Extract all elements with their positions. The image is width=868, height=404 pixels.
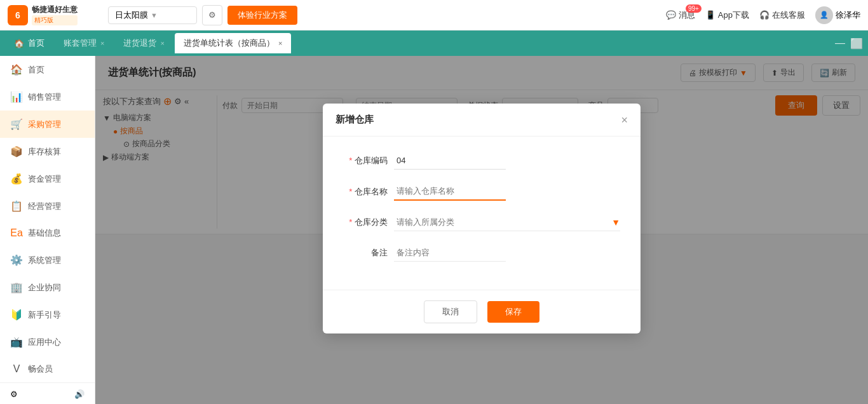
sidebar-item-guide[interactable]: 🔰 新手引导 xyxy=(0,301,95,328)
main-layout: 🏠 首页 📊 销售管理 🛒 采购管理 📦 库存核算 💰 资金管理 📋 经营管理 … xyxy=(0,56,868,404)
sidebar-guide-label: 新手引导 xyxy=(28,309,61,321)
dialog-title: 新增仓库 xyxy=(336,114,374,126)
sidebar-item-basics[interactable]: Ea 基础信息 xyxy=(0,220,95,246)
code-input[interactable] xyxy=(394,152,506,170)
sidebar-home-label: 首页 xyxy=(28,64,44,76)
system-icon: ⚙️ xyxy=(10,254,23,266)
category-input[interactable] xyxy=(394,213,611,231)
form-row-name: 仓库名称 xyxy=(343,182,620,201)
form-row-remark: 备注 xyxy=(343,244,620,262)
sidebar-item-finance[interactable]: 💰 资金管理 xyxy=(0,165,95,192)
sidebar-item-purchase[interactable]: 🛒 采购管理 xyxy=(0,111,95,138)
top-header: 6 畅捷通好生意 精巧版 日太阳膜 ▼ ⚙ 体验行业方案 💬 消息 99+ 📱 … xyxy=(0,0,868,30)
tab-home-label: 首页 xyxy=(28,37,44,49)
sidebar-operations-label: 经营管理 xyxy=(28,201,61,212)
username: 徐泽华 xyxy=(836,10,860,21)
avatar: 👤 xyxy=(815,6,833,24)
window-controls: — ⬜ xyxy=(835,37,863,50)
logo-area: 6 畅捷通好生意 精巧版 xyxy=(8,4,103,25)
trial-button[interactable]: 体验行业方案 xyxy=(227,6,297,25)
sidebar-item-enterprise[interactable]: 🏢 企业协同 xyxy=(0,274,95,301)
guide-icon: 🔰 xyxy=(10,309,23,321)
remark-label: 备注 xyxy=(343,247,394,259)
sidebar-vip-label: 畅会员 xyxy=(28,363,53,375)
sidebar-apps-label: 应用中心 xyxy=(28,337,61,348)
sound-icon[interactable]: 🔊 xyxy=(74,389,85,399)
logo-text: 畅捷通好生意 精巧版 xyxy=(32,4,78,25)
enterprise-icon: 🏢 xyxy=(10,281,23,293)
home-icon: 🏠 xyxy=(14,39,24,48)
settings-button[interactable]: ⚙ xyxy=(202,5,222,25)
sidebar-inventory-label: 库存核算 xyxy=(28,146,61,158)
bottom-settings-icon[interactable]: ⚙ xyxy=(10,389,18,399)
app-download-label: App下载 xyxy=(718,10,749,21)
code-label: 仓库编码 xyxy=(343,155,394,166)
dialog-new-warehouse: 新增仓库 × 仓库编码 仓库名称 xyxy=(323,104,641,333)
header-right: 💬 消息 99+ 📱 App下载 🎧 在线客服 👤 徐泽华 xyxy=(666,6,860,24)
sales-icon: 📊 xyxy=(10,91,23,103)
tab-purchase-return-close-icon[interactable]: × xyxy=(160,39,164,47)
sidebar-item-vip[interactable]: V 畅会员 xyxy=(0,356,95,382)
sidebar-item-system[interactable]: ⚙️ 系统管理 xyxy=(0,246,95,274)
nav-tabs: 🏠 首页 账套管理 × 进货退货 × 进货单统计表（按商品） × — ⬜ xyxy=(0,30,868,56)
inventory-icon: 📦 xyxy=(10,145,23,158)
store-selector[interactable]: 日太阳膜 ▼ xyxy=(108,6,197,24)
cancel-button[interactable]: 取消 xyxy=(424,300,477,323)
tab-home[interactable]: 🏠 首页 xyxy=(5,33,53,53)
message-icon: 💬 xyxy=(666,10,676,20)
headset-icon: 🎧 xyxy=(759,10,770,20)
phone-icon: 📱 xyxy=(705,10,715,20)
main-content: 进货单统计(按商品) 🖨 按模板打印 ▼ ⬆ 导出 🔄 刷新 xyxy=(95,56,868,404)
sidebar-bottom-controls[interactable]: ⚙ 🔊 xyxy=(0,382,95,404)
tab-purchase-return[interactable]: 进货退货 × xyxy=(114,33,173,53)
logo-icon: 6 xyxy=(8,5,28,25)
form-row-code: 仓库编码 xyxy=(343,152,620,170)
tab-purchase-stats-close-icon[interactable]: × xyxy=(278,39,282,47)
tab-purchase-stats-label: 进货单统计表（按商品） xyxy=(184,37,275,49)
sidebar-item-sales[interactable]: 📊 销售管理 xyxy=(0,83,95,111)
tab-purchase-stats[interactable]: 进货单统计表（按商品） × xyxy=(175,33,291,53)
tab-accounts-close-icon[interactable]: × xyxy=(100,39,104,47)
sidebar-item-inventory[interactable]: 📦 库存核算 xyxy=(0,138,95,165)
sidebar-sales-label: 销售管理 xyxy=(28,91,61,103)
online-service-button[interactable]: 🎧 在线客服 xyxy=(759,10,805,21)
dialog-header: 新增仓库 × xyxy=(323,104,641,137)
message-badge: 99+ xyxy=(686,4,702,13)
tab-purchase-return-label: 进货退货 xyxy=(123,37,156,49)
code-input-wrapper xyxy=(394,152,620,170)
name-label: 仓库名称 xyxy=(343,185,394,197)
dialog-footer: 取消 保存 xyxy=(323,290,641,333)
basics-icon: Ea xyxy=(10,227,23,239)
name-input-wrapper xyxy=(394,182,620,201)
sidebar-purchase-label: 采购管理 xyxy=(28,119,61,130)
category-dropdown-icon[interactable]: ▼ xyxy=(611,217,620,227)
app-badge: 精巧版 xyxy=(32,15,78,25)
category-label: 仓库分类 xyxy=(343,217,394,228)
tab-accounts[interactable]: 账套管理 × xyxy=(55,33,113,53)
app-name: 畅捷通好生意 xyxy=(32,4,78,15)
sidebar-enterprise-label: 企业协同 xyxy=(28,282,61,293)
minimize-icon[interactable]: — xyxy=(835,37,845,49)
gear-icon: ⚙ xyxy=(208,10,216,20)
remark-input[interactable] xyxy=(394,244,506,262)
save-button[interactable]: 保存 xyxy=(487,301,539,323)
tab-accounts-label: 账套管理 xyxy=(64,37,97,49)
sidebar: 🏠 首页 📊 销售管理 🛒 采购管理 📦 库存核算 💰 资金管理 📋 经营管理 … xyxy=(0,56,95,404)
user-menu[interactable]: 👤 徐泽华 xyxy=(815,6,860,24)
message-button[interactable]: 💬 消息 99+ xyxy=(666,10,695,21)
remark-input-wrapper xyxy=(394,244,620,262)
online-service-label: 在线客服 xyxy=(772,10,805,21)
dialog-close-icon[interactable]: × xyxy=(621,114,628,125)
finance-icon: 💰 xyxy=(10,173,23,185)
operations-icon: 📋 xyxy=(10,200,23,212)
sidebar-item-apps[interactable]: 📺 应用中心 xyxy=(0,328,95,356)
purchase-icon: 🛒 xyxy=(10,118,23,130)
restore-icon[interactable]: ⬜ xyxy=(850,37,863,50)
dropdown-arrow-icon: ▼ xyxy=(151,11,158,19)
name-input[interactable] xyxy=(394,182,506,201)
app-download-button[interactable]: 📱 App下载 xyxy=(705,10,749,21)
sidebar-item-home[interactable]: 🏠 首页 xyxy=(0,56,95,83)
category-select-wrapper: ▼ xyxy=(394,213,620,231)
sidebar-item-operations[interactable]: 📋 经营管理 xyxy=(0,192,95,220)
home-nav-icon: 🏠 xyxy=(10,64,23,76)
